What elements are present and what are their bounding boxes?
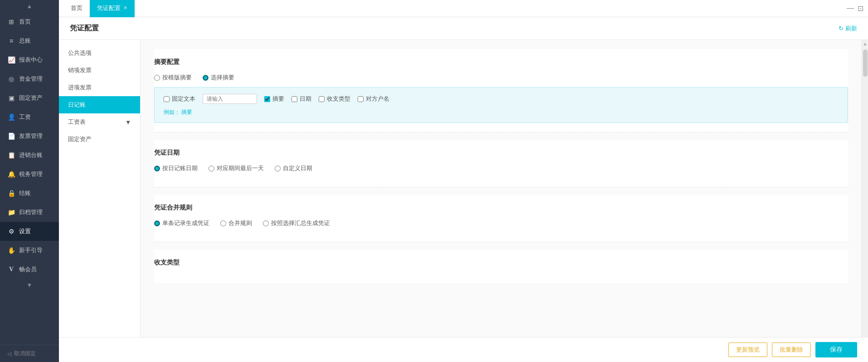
date-checkbox-label: 日期 (300, 95, 311, 103)
sidebar-item-vip[interactable]: V 畅会员 (0, 260, 59, 279)
sidebar-item-ledger[interactable]: ≡ 总账 (0, 31, 59, 50)
single-record-option[interactable]: 单条记录生成凭证 (154, 219, 209, 227)
sidebar-item-archive[interactable]: 📁 归档管理 (0, 203, 59, 222)
example-value: 摘要 (181, 109, 192, 115)
sidebar-item-home[interactable]: ⊞ 首页 (0, 12, 59, 31)
sidebar-scroll-up[interactable]: ▲ (0, 0, 59, 12)
sidebar-item-close-label: 结账 (19, 189, 31, 197)
counterpart-checkbox[interactable] (358, 96, 364, 102)
merge-rule-radio[interactable] (220, 220, 226, 226)
invoice-mgmt-icon: 📄 (7, 132, 15, 140)
salary-icon: 👤 (7, 113, 15, 121)
merge-radio-group: 单条记录生成凭证 合并规则 按照选择汇总生成凭证 (154, 219, 848, 227)
sidebar-item-reports[interactable]: 📈 报表中心 (0, 50, 59, 69)
guide-icon: ✋ (7, 247, 15, 254)
sidebar-item-tax[interactable]: 🔔 税务管理 (0, 165, 59, 184)
left-nav-sales-invoice-label: 销项发票 (68, 66, 92, 74)
single-record-radio[interactable] (154, 220, 160, 226)
last-day-label: 对应期间最后一天 (217, 164, 264, 172)
by-journal-date-radio[interactable] (154, 166, 160, 171)
sidebar-item-salary[interactable]: 👤 工资 (0, 108, 59, 127)
summary-config-box: 固定文本 摘要 日期 (154, 87, 848, 123)
tab-home[interactable]: 首页 (63, 0, 90, 17)
sidebar-item-invoice-mgmt[interactable]: 📄 发票管理 (0, 127, 59, 146)
funds-icon: ◎ (7, 75, 15, 83)
scroll-thumb[interactable] (863, 49, 868, 77)
by-journal-date-option[interactable]: 按日记账日期 (154, 164, 198, 172)
tab-bar: 首页 凭证配置 ✕ — ⊡ (59, 0, 868, 17)
save-button[interactable]: 保存 (815, 342, 857, 357)
custom-date-radio[interactable] (275, 166, 281, 171)
sidebar-item-invoice-mgmt-label: 发票管理 (19, 132, 43, 140)
custom-date-option[interactable]: 自定义日期 (275, 164, 312, 172)
batch-delete-button[interactable]: 批量删除 (772, 342, 811, 357)
tab-voucher-config[interactable]: 凭证配置 ✕ (90, 0, 135, 17)
tab-voucher-config-label: 凭证配置 (97, 4, 121, 12)
template-summary-option[interactable]: 按模版摘要 (154, 73, 192, 82)
left-nav-public[interactable]: 公共选项 (59, 44, 140, 62)
sidebar-item-funds-label: 资金管理 (19, 75, 43, 83)
summary-checkbox-label: 摘要 (272, 95, 284, 103)
template-summary-radio[interactable] (154, 75, 160, 81)
fixed-text-checkbox[interactable] (164, 96, 170, 102)
sidebar-item-archive-label: 归档管理 (19, 208, 43, 216)
sidebar-item-close[interactable]: 🔒 结账 (0, 184, 59, 203)
merge-rule-option[interactable]: 合并规则 (220, 219, 252, 227)
assets-icon: ▣ (7, 94, 15, 102)
sidebar-item-funds[interactable]: ◎ 资金管理 (0, 69, 59, 88)
by-selection-radio[interactable] (263, 220, 269, 226)
summary-checkbox-option[interactable]: 摘要 (264, 95, 284, 103)
scrollbar[interactable]: ▲ (862, 40, 868, 337)
left-nav-fixed-assets[interactable]: 固定资产 (59, 131, 140, 148)
sidebar-item-assets[interactable]: ▣ 固定资产 (0, 88, 59, 108)
sidebar-item-purchase-sales[interactable]: 📋 进销台账 (0, 146, 59, 165)
date-checkbox[interactable] (291, 96, 297, 102)
main-area: 首页 凭证配置 ✕ — ⊡ 凭证配置 ↻ 刷新 公共选项 (59, 0, 868, 362)
select-summary-radio[interactable] (203, 75, 209, 81)
content-layout: 公共选项 销项发票 进项发票 日记账 工资表 ▼ 固定资产 (59, 40, 868, 337)
counterpart-label: 对方户名 (366, 95, 389, 103)
by-selection-option[interactable]: 按照选择汇总生成凭证 (263, 219, 330, 227)
sidebar-item-guide-label: 新手引导 (19, 246, 43, 254)
sidebar-scroll-down[interactable]: ▼ (0, 279, 59, 291)
counterpart-checkbox-option[interactable]: 对方户名 (358, 95, 389, 103)
income-expense-label: 收支类型 (327, 95, 350, 103)
left-nav-journal[interactable]: 日记账 (59, 96, 140, 113)
update-preview-button[interactable]: 更新预览 (728, 342, 767, 357)
tax-icon: 🔔 (7, 171, 15, 178)
page-header: 凭证配置 ↻ 刷新 (59, 17, 868, 40)
income-expense-checkbox-option[interactable]: 收支类型 (319, 95, 350, 103)
summary-checkbox[interactable] (264, 96, 270, 102)
sidebar-item-guide[interactable]: ✋ 新手引导 (0, 241, 59, 260)
window-controls: — ⊡ (847, 4, 863, 13)
sidebar-item-purchase-sales-label: 进销台账 (19, 151, 43, 159)
fixed-text-option[interactable]: 固定文本 (164, 95, 195, 103)
left-nav-sales-invoice[interactable]: 销项发票 (59, 62, 140, 79)
left-nav-journal-label: 日记账 (68, 101, 86, 109)
left-nav-salary-table[interactable]: 工资表 ▼ (59, 113, 140, 131)
left-nav-purchase-invoice-label: 进项发票 (68, 83, 92, 92)
maximize-icon[interactable]: ⊡ (858, 4, 863, 13)
sidebar-item-ledger-label: 总账 (19, 37, 31, 45)
tab-close-icon[interactable]: ✕ (123, 5, 127, 11)
fixed-text-input[interactable] (203, 94, 257, 104)
by-selection-label: 按照选择汇总生成凭证 (271, 219, 330, 227)
home-icon: ⊞ (7, 18, 15, 25)
refresh-button[interactable]: ↻ 刷新 (839, 24, 857, 33)
date-section-title: 凭证日期 (154, 149, 848, 157)
sidebar-cancel-pin[interactable]: ◁ 取消固定 (0, 345, 59, 362)
minimize-icon[interactable]: — (847, 4, 854, 13)
sidebar-item-settings[interactable]: ⚙ 设置 (0, 222, 59, 241)
sidebar-item-tax-label: 税务管理 (19, 170, 43, 178)
example-text: 例如： 摘要 (164, 108, 839, 116)
income-expense-checkbox[interactable] (319, 96, 325, 102)
left-nav-purchase-invoice[interactable]: 进项发票 (59, 79, 140, 96)
scroll-up-arrow[interactable]: ▲ (862, 40, 868, 48)
last-day-option[interactable]: 对应期间最后一天 (209, 164, 264, 172)
pin-icon: ◁ (7, 351, 11, 357)
date-checkbox-option[interactable]: 日期 (291, 95, 311, 103)
last-day-radio[interactable] (209, 166, 214, 171)
select-summary-option[interactable]: 选择摘要 (203, 73, 234, 82)
left-nav-salary-table-label: 工资表 (68, 118, 86, 126)
left-nav-public-label: 公共选项 (68, 49, 92, 57)
